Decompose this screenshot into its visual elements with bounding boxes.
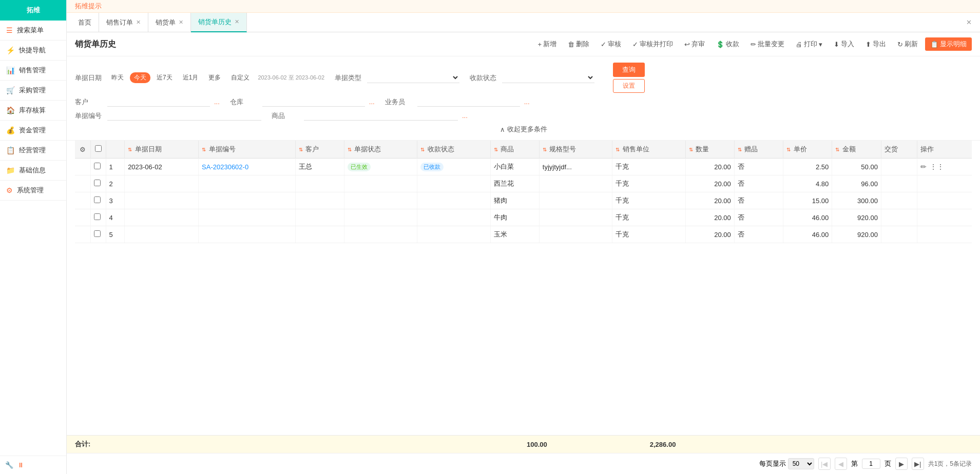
- col-gear[interactable]: ⚙: [75, 141, 90, 159]
- batch-change-button[interactable]: ✏ 批量变更: [746, 37, 789, 51]
- tab-home[interactable]: 首页: [71, 13, 99, 32]
- doc-type-select[interactable]: [367, 72, 459, 83]
- page-size-select[interactable]: 50 20 100: [788, 458, 814, 469]
- customer-input[interactable]: [107, 97, 210, 107]
- sidebar-item-ops[interactable]: 📋 经营管理: [0, 141, 66, 161]
- show-detail-button[interactable]: 📋 显示明细: [925, 37, 972, 51]
- goods-input[interactable]: [304, 111, 458, 121]
- warehouse-input[interactable]: [262, 97, 365, 107]
- close-sales-order-tab[interactable]: ✕: [136, 19, 141, 26]
- collapse-up-icon: ∧: [500, 126, 505, 133]
- close-sales-goods-tab[interactable]: ✕: [179, 19, 183, 26]
- prev-page-button[interactable]: ◀: [835, 458, 847, 470]
- sidebar-item-basic-info[interactable]: 📁 基础信息: [0, 161, 66, 181]
- cell-amount: 300.00: [832, 192, 881, 209]
- sidebar-item-sys-mgmt[interactable]: ⚙ 系统管理: [0, 181, 66, 201]
- row-checkbox[interactable]: [94, 230, 101, 237]
- col-check[interactable]: [90, 141, 106, 159]
- first-page-button[interactable]: |◀: [818, 458, 831, 470]
- date-pill-last1month[interactable]: 近1月: [179, 72, 203, 83]
- date-pill-today[interactable]: 今天: [130, 72, 150, 83]
- sidebar-item-search-menu[interactable]: ☰ 搜索菜单: [0, 21, 66, 41]
- pause-icon[interactable]: ⏸: [17, 461, 24, 469]
- col-goods[interactable]: ⇅ 商品: [490, 141, 539, 159]
- import-button[interactable]: ⬇ 导入: [830, 37, 858, 51]
- last-page-button[interactable]: ▶|: [912, 458, 924, 470]
- date-pill-last7days[interactable]: 近7天: [152, 72, 177, 83]
- print-button[interactable]: 🖨 打印 ▾: [792, 37, 827, 51]
- tab-sales-order[interactable]: 销售订单 ✕: [99, 13, 148, 32]
- set-button[interactable]: 设置: [613, 79, 645, 93]
- col-doc-status[interactable]: ⇅ 单据状态: [344, 141, 417, 159]
- sidebar: 拓维 ☰ 搜索菜单 ⚡ 快捷导航 📊 销售管理 🛒 采购管理 🏠 库存核算 💰 …: [0, 0, 67, 474]
- sidebar-item-finance[interactable]: 💰 资金管理: [0, 121, 66, 141]
- sidebar-item-quick-nav[interactable]: ⚡ 快捷导航: [0, 41, 66, 61]
- date-pill-more[interactable]: 更多: [204, 72, 225, 83]
- close-all-tabs[interactable]: ✕: [962, 18, 976, 26]
- page-input[interactable]: [862, 459, 880, 469]
- col-doc-no[interactable]: ⇅ 单据编号: [199, 141, 295, 159]
- col-gift[interactable]: ⇅ 赠品: [734, 141, 783, 159]
- col-qty[interactable]: ⇅ 数量: [685, 141, 734, 159]
- sidebar-item-label: 采购管理: [19, 86, 46, 95]
- cell-check[interactable]: [90, 159, 106, 175]
- more-action-icon[interactable]: ⋮⋮: [930, 163, 944, 171]
- audit-print-button[interactable]: ✓ 审核并打印: [628, 37, 677, 51]
- cell-rowno: 3: [106, 192, 125, 209]
- collect-button[interactable]: 💲 收款: [712, 37, 743, 51]
- col-doc-date[interactable]: ⇅ 单据日期: [125, 141, 199, 159]
- doc-no-link[interactable]: SA-20230602-0: [202, 163, 248, 171]
- cell-amount: 50.00: [832, 159, 881, 175]
- tab-sales-history[interactable]: 销货单历史 ✕: [191, 13, 247, 32]
- cell-check[interactable]: [90, 226, 106, 243]
- refresh-button[interactable]: ↻ 刷新: [893, 37, 922, 51]
- goods-ellipsis[interactable]: ...: [462, 112, 468, 120]
- collect-status-select[interactable]: [502, 72, 594, 83]
- sidebar-item-inventory[interactable]: 🏠 库存核算: [0, 101, 66, 121]
- col-spec[interactable]: ⇅ 规格型号: [539, 141, 612, 159]
- col-unit[interactable]: ⇅ 销售单位: [612, 141, 685, 159]
- cell-doc-no: SA-20230602-0: [199, 159, 295, 175]
- col-price[interactable]: ⇅ 单价: [783, 141, 832, 159]
- date-pill-custom[interactable]: 自定义: [227, 72, 254, 83]
- staff-input[interactable]: [417, 97, 520, 107]
- staff-ellipsis[interactable]: ...: [524, 98, 530, 106]
- new-button[interactable]: + 新增: [533, 37, 561, 51]
- tab-sales-goods[interactable]: 销货单 ✕: [148, 13, 191, 32]
- row-checkbox[interactable]: [94, 163, 101, 169]
- sidebar-bottom: 🔧 ⏸: [0, 456, 66, 474]
- col-amount[interactable]: ⇅ 金额: [832, 141, 881, 159]
- edit-action-icon[interactable]: ✏: [920, 163, 927, 171]
- cell-check[interactable]: [90, 209, 106, 226]
- close-sales-history-tab[interactable]: ✕: [235, 18, 239, 25]
- cell-check[interactable]: [90, 175, 106, 192]
- goods-filter-group: 商品 ...: [272, 111, 468, 121]
- row-checkbox[interactable]: [94, 196, 101, 203]
- cell-action: [917, 192, 972, 209]
- cell-trade: [881, 209, 917, 226]
- export-button[interactable]: ⬆ 导出: [861, 37, 890, 51]
- audit-button[interactable]: ✓ 审核: [597, 37, 625, 51]
- warehouse-ellipsis[interactable]: ...: [369, 98, 375, 106]
- date-pill-yesterday[interactable]: 昨天: [107, 72, 128, 83]
- docno-input[interactable]: [107, 111, 261, 121]
- col-customer[interactable]: ⇅ 客户: [295, 141, 344, 159]
- query-button[interactable]: 查询: [613, 63, 645, 77]
- delete-button[interactable]: 🗑 删除: [564, 37, 593, 51]
- next-page-button[interactable]: ▶: [895, 458, 908, 470]
- row-checkbox[interactable]: [94, 180, 101, 186]
- abandon-button[interactable]: ↩ 弃审: [680, 37, 709, 51]
- sidebar-item-purchase-mgmt[interactable]: 🛒 采购管理: [0, 81, 66, 101]
- sidebar-item-sales-mgmt[interactable]: 📊 销售管理: [0, 61, 66, 81]
- settings-bottom-icon[interactable]: 🔧: [5, 461, 13, 469]
- row-checkbox[interactable]: [94, 213, 101, 220]
- cell-check[interactable]: [90, 192, 106, 209]
- collapse-filter-button[interactable]: ∧ 收起更多条件: [500, 125, 547, 134]
- docno-filter-group: 单据编号: [75, 111, 261, 121]
- cell-doc-status: [344, 192, 417, 209]
- cell-spec: [539, 209, 612, 226]
- select-all-checkbox[interactable]: [95, 145, 102, 152]
- col-collect-status[interactable]: ⇅ 收款状态: [417, 141, 490, 159]
- customer-ellipsis[interactable]: ...: [214, 98, 220, 106]
- collect-status-filter-group: 收款状态: [470, 72, 594, 83]
